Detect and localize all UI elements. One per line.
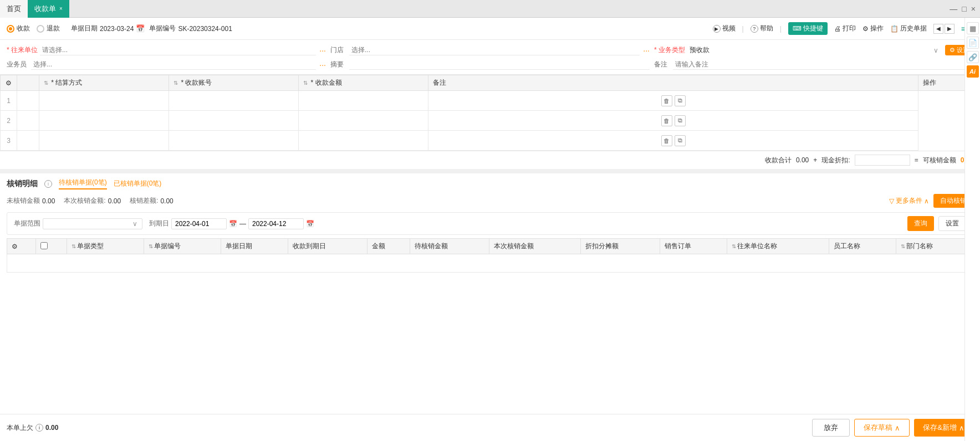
range-label: 单据范围 — [14, 219, 40, 228]
shortcut-btn[interactable]: ⌨ 快捷键 — [788, 22, 828, 35]
form-row-1: * 往来单位 ··· 门店 ··· * 业务类型 预收款 ∨ ⚙ 设置 — [7, 44, 973, 56]
delete-row-3-btn[interactable]: 🗑 — [661, 135, 672, 146]
date-from-input[interactable] — [171, 218, 227, 229]
cell-amount-3[interactable] — [169, 131, 299, 151]
biz-type-value: 预收款 — [687, 44, 931, 56]
more-conditions-btn[interactable]: ▽ 更多条件 ∧ — [889, 196, 929, 206]
summary-input[interactable] — [349, 59, 650, 70]
operation-btn[interactable]: ⚙ 操作 — [862, 24, 884, 33]
cell-settle-3[interactable] — [17, 131, 39, 151]
video-btn[interactable]: ▶ 视频 — [713, 24, 736, 33]
remark-field: 备注 — [654, 59, 973, 70]
counterpart-more-icon[interactable]: ··· — [319, 46, 326, 55]
cell-op-3: 🗑 ⧉ — [428, 131, 918, 151]
filter-icon: ▽ — [889, 197, 894, 205]
tab-close-icon[interactable]: × — [59, 6, 63, 12]
help-btn[interactable]: ? 帮助 — [751, 24, 773, 33]
delete-row-2-btn[interactable]: 🗑 — [661, 115, 672, 126]
tab-home[interactable]: 首页 — [0, 0, 28, 18]
cell-account-1[interactable] — [39, 91, 169, 111]
print-btn[interactable]: 🖨 打印 — [834, 24, 856, 33]
minimize-icon[interactable]: — — [950, 4, 957, 13]
tab-receipt-label: 收款单 — [34, 4, 56, 14]
tab-receipt[interactable]: 收款单 × — [28, 0, 69, 18]
range-select[interactable]: ∨ — [43, 218, 142, 229]
calendar-to-icon[interactable]: 📅 — [306, 220, 314, 228]
copy-row-3-btn[interactable]: ⧉ — [675, 135, 686, 146]
staff-input[interactable] — [31, 59, 316, 70]
th-gear[interactable]: ⚙ — [1, 75, 17, 91]
cell-remark-2[interactable] — [299, 111, 428, 131]
shortcut-label: 快捷键 — [803, 24, 823, 33]
form-row-2: 业务员 ··· 摘要 备注 — [7, 59, 973, 70]
section-divider — [0, 169, 980, 173]
cell-settle-1[interactable] — [17, 91, 39, 111]
hexiao-tab-pending[interactable]: 待核销单据(0笔) — [59, 178, 107, 189]
staff-more-icon[interactable]: ··· — [319, 60, 326, 69]
bth-checkbox[interactable] — [36, 239, 67, 254]
select-all-checkbox[interactable] — [40, 242, 48, 249]
remark-input[interactable] — [673, 59, 973, 70]
sort-icon-2: ⇅ — [173, 80, 178, 86]
save-new-label: 保存&新增 — [923, 423, 957, 433]
copy-row-1-btn[interactable]: ⧉ — [675, 95, 686, 106]
bill-no-label: 单据编号 — [149, 24, 176, 33]
calendar-icon[interactable]: 📅 — [136, 24, 145, 33]
cell-account-3[interactable] — [39, 131, 169, 151]
store-input[interactable] — [349, 45, 640, 55]
sep2: | — [780, 25, 782, 33]
footer-info-icon[interactable]: i — [35, 424, 43, 432]
counterpart-input[interactable] — [40, 45, 316, 55]
date-to-input[interactable] — [248, 218, 304, 229]
query-btn[interactable]: 查询 — [907, 216, 934, 231]
th-row-num — [17, 75, 39, 91]
calendar-from-icon[interactable]: 📅 — [229, 220, 237, 228]
table-row: 2 🗑 ⧉ — [1, 111, 980, 131]
save-new-chevron: ∧ — [959, 424, 964, 432]
bth-gear[interactable]: ⚙ — [7, 239, 36, 254]
history-btn[interactable]: 📋 历史单据 — [890, 24, 927, 33]
radio-receive-label: 收款 — [17, 24, 30, 33]
hexiao-info-icon[interactable]: i — [44, 180, 52, 188]
tab-bar: 首页 收款单 × — □ × — [0, 0, 980, 18]
cell-settle-2[interactable] — [17, 111, 39, 131]
diff-value: 0.00 — [160, 197, 173, 205]
bth-staff: 员工名称 — [829, 239, 896, 254]
bth-dept: ⇅部门名称 — [896, 239, 973, 254]
maximize-icon[interactable]: □ — [962, 4, 966, 13]
hexiao-tab-done[interactable]: 已核销单据(0笔) — [114, 179, 162, 188]
sidebar-link-icon[interactable]: 🔗 — [967, 51, 979, 63]
sidebar-ai-icon[interactable]: Ai — [967, 65, 979, 78]
print-label: 打印 — [843, 24, 856, 33]
delete-row-1-btn[interactable]: 🗑 — [661, 95, 672, 106]
staff-label: 业务员 — [7, 60, 29, 69]
chevron-up-icon: ∧ — [924, 197, 929, 205]
help-icon: ? — [751, 25, 758, 33]
copy-row-2-btn[interactable]: ⧉ — [675, 115, 686, 126]
store-more-icon[interactable]: ··· — [643, 46, 650, 55]
current-label: 本次核销金额: — [64, 196, 105, 206]
radio-refund[interactable]: 退款 — [37, 24, 60, 33]
cell-account-2[interactable] — [39, 111, 169, 131]
save-draft-btn[interactable]: 保存草稿 ∧ — [854, 419, 910, 437]
close-icon[interactable]: × — [971, 4, 976, 13]
cell-amount-1[interactable] — [169, 91, 299, 111]
sidebar-table-icon[interactable]: ▦ — [967, 22, 979, 34]
sidebar-doc-icon[interactable]: 📄 — [967, 37, 979, 49]
radio-group: 收款 退款 — [7, 24, 60, 33]
th-account-no: ⇅ * 收款账号 — [169, 75, 299, 91]
due-date-label: 到期日 — [149, 219, 169, 228]
equals-sign: = — [915, 156, 918, 164]
cell-amount-2[interactable] — [169, 111, 299, 131]
radio-receive[interactable]: 收款 — [7, 24, 30, 33]
cell-remark-3[interactable] — [299, 131, 428, 151]
unverified-stat: 未核销金额 0.00 — [7, 196, 55, 206]
bth-pending-amount: 待核销金额 — [410, 239, 489, 254]
abandon-btn[interactable]: 放弃 — [812, 419, 850, 437]
discount-input[interactable] — [855, 155, 910, 166]
nav-prev-btn[interactable]: ◀ — [933, 24, 943, 34]
cell-remark-1[interactable] — [299, 91, 428, 111]
nav-next-btn[interactable]: ▶ — [945, 24, 955, 34]
filter-settings-btn[interactable]: 设置 — [938, 216, 966, 231]
biz-type-chevron[interactable]: ∨ — [933, 47, 938, 54]
